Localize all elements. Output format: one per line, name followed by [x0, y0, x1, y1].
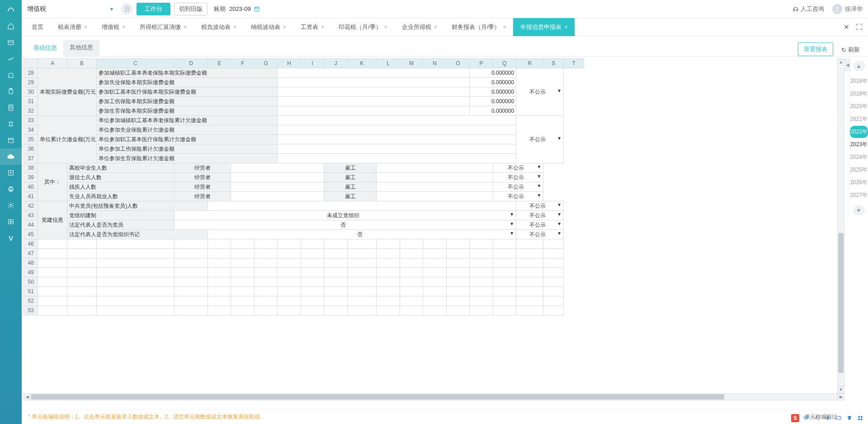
cell[interactable]: [231, 173, 324, 182]
empty-cell[interactable]: [347, 239, 377, 249]
empty-cell[interactable]: [470, 306, 493, 315]
empty-cell[interactable]: [67, 306, 97, 315]
cell[interactable]: [278, 144, 516, 154]
cell[interactable]: [231, 163, 324, 173]
ime-tool-icon[interactable]: [856, 414, 864, 422]
empty-cell[interactable]: [324, 239, 347, 249]
col-header-S[interactable]: S: [543, 59, 564, 68]
val-r44[interactable]: 否▼: [175, 220, 516, 230]
row-header-40[interactable]: 40: [24, 182, 38, 192]
col-header-K[interactable]: K: [347, 59, 377, 68]
val-r29[interactable]: 0.000000: [470, 78, 516, 87]
empty-cell[interactable]: [423, 296, 446, 306]
empty-cell[interactable]: [38, 268, 67, 277]
empty-cell[interactable]: [516, 296, 543, 306]
year-2022年[interactable]: 2022年: [850, 126, 868, 138]
old-version-button[interactable]: 切到旧版: [174, 3, 208, 15]
row-header-47[interactable]: 47: [24, 249, 38, 258]
col-header-R[interactable]: R: [516, 59, 543, 68]
empty-cell[interactable]: [38, 277, 67, 287]
empty-cell[interactable]: [470, 287, 493, 296]
empty-cell[interactable]: [516, 258, 543, 268]
row-header-31[interactable]: 31: [24, 97, 38, 106]
tab-close-icon[interactable]: ×: [434, 24, 437, 30]
empty-cell[interactable]: [324, 296, 347, 306]
empty-cell[interactable]: [400, 268, 423, 277]
empty-cell[interactable]: [254, 268, 277, 277]
empty-cell[interactable]: [446, 277, 469, 287]
row-header-48[interactable]: 48: [24, 258, 38, 268]
empty-cell[interactable]: [347, 268, 377, 277]
col-header-E[interactable]: E: [208, 59, 231, 68]
empty-cell[interactable]: [516, 287, 543, 296]
empty-cell[interactable]: [543, 239, 564, 249]
year-2019年[interactable]: 2019年: [850, 88, 868, 100]
empty-cell[interactable]: [67, 287, 97, 296]
tab-close-icon[interactable]: ×: [283, 24, 286, 30]
empty-cell[interactable]: [377, 287, 400, 296]
row-header-44[interactable]: 44: [24, 220, 38, 230]
val-r32[interactable]: 0.000000: [470, 106, 516, 116]
empty-cell[interactable]: [377, 258, 400, 268]
tab-close-icon[interactable]: ×: [503, 24, 506, 30]
empty-cell[interactable]: [175, 287, 208, 296]
empty-cell[interactable]: [543, 258, 564, 268]
tab-6[interactable]: 工资表×: [293, 18, 331, 36]
empty-cell[interactable]: [96, 306, 174, 315]
cell[interactable]: [278, 68, 470, 78]
empty-cell[interactable]: [423, 277, 446, 287]
cell[interactable]: [278, 154, 516, 163]
support-link[interactable]: 人工咨询: [793, 5, 824, 13]
empty-cell[interactable]: [446, 258, 469, 268]
empty-cell[interactable]: [516, 306, 543, 315]
reset-report-button[interactable]: 重置报表: [798, 43, 833, 56]
empty-cell[interactable]: [516, 239, 543, 249]
empty-cell[interactable]: [96, 296, 174, 306]
row-header-42[interactable]: 42: [24, 201, 38, 211]
tab-3[interactable]: 所得税汇算清缴×: [132, 18, 194, 36]
year-prev-icon[interactable]: ▲: [853, 61, 865, 71]
empty-cell[interactable]: [543, 306, 564, 315]
val-r45[interactable]: 否▼: [208, 230, 516, 239]
tab-close-icon[interactable]: ×: [384, 24, 387, 30]
empty-cell[interactable]: [38, 296, 67, 306]
empty-cell[interactable]: [446, 296, 469, 306]
empty-cell[interactable]: [254, 306, 277, 315]
empty-cell[interactable]: [493, 249, 516, 258]
tab-4[interactable]: 税负波动表×: [194, 18, 244, 36]
row-header-32[interactable]: 32: [24, 106, 38, 116]
row-header-38[interactable]: 38: [24, 163, 38, 173]
scroll-up-icon[interactable]: ▲: [837, 58, 844, 66]
empty-cell[interactable]: [470, 296, 493, 306]
empty-cell[interactable]: [67, 239, 97, 249]
empty-cell[interactable]: [446, 268, 469, 277]
empty-cell[interactable]: [400, 306, 423, 315]
empty-cell[interactable]: [254, 258, 277, 268]
row-header-41[interactable]: 41: [24, 192, 38, 201]
nav-video-icon[interactable]: [0, 214, 22, 230]
expand-icon[interactable]: ⛶: [853, 21, 865, 33]
scroll-down-icon[interactable]: ▼: [837, 386, 844, 393]
nav-calc-icon[interactable]: [0, 100, 22, 116]
nav-settings-icon[interactable]: [0, 197, 22, 214]
close-all-tabs-icon[interactable]: ✕: [840, 21, 853, 33]
empty-cell[interactable]: [278, 258, 301, 268]
empty-cell[interactable]: [67, 277, 97, 287]
col-header-H[interactable]: H: [278, 59, 301, 68]
empty-cell[interactable]: [38, 287, 67, 296]
empty-cell[interactable]: [516, 268, 543, 277]
empty-cell[interactable]: [301, 268, 324, 277]
scroll-left-icon[interactable]: ◀: [24, 393, 31, 400]
empty-cell[interactable]: [493, 296, 516, 306]
empty-cell[interactable]: [543, 287, 564, 296]
empty-cell[interactable]: [278, 249, 301, 258]
empty-cell[interactable]: [347, 258, 377, 268]
subtab-other[interactable]: 其他信息: [63, 40, 99, 56]
year-2018年[interactable]: 2018年: [850, 75, 868, 87]
row-header-43[interactable]: 43: [24, 211, 38, 220]
tab-close-icon[interactable]: ×: [184, 24, 187, 30]
empty-cell[interactable]: [231, 306, 254, 315]
empty-cell[interactable]: [175, 258, 208, 268]
val-r28[interactable]: 0.000000: [470, 68, 516, 78]
empty-cell[interactable]: [347, 277, 377, 287]
